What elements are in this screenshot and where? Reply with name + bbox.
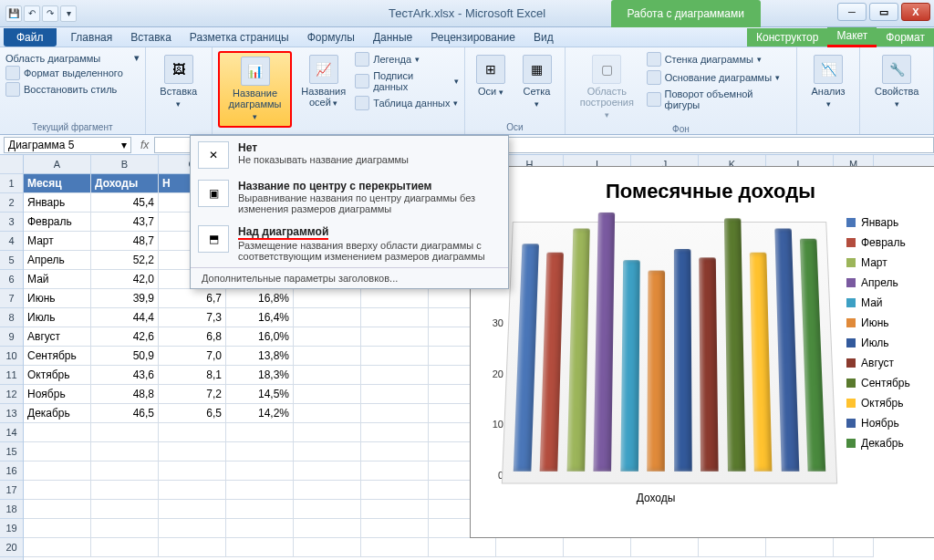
legend-item[interactable]: Июль: [846, 337, 934, 349]
file-tab[interactable]: Файл: [4, 28, 57, 47]
cell[interactable]: [226, 500, 294, 519]
cell[interactable]: 14,2%: [226, 404, 294, 423]
chart-floor-button[interactable]: Основание диаграммы: [647, 69, 791, 86]
cell[interactable]: [226, 519, 294, 538]
option-more-title-options[interactable]: Дополнительные параметры заголовков...: [191, 267, 508, 288]
option-centered-overlay[interactable]: ▣ Название по центру с перекрытиемВыравн…: [191, 174, 508, 220]
cell[interactable]: Октябрь: [24, 366, 91, 385]
cell[interactable]: [91, 442, 159, 461]
cell[interactable]: [361, 481, 429, 500]
chart-legend[interactable]: ЯнварьФевральМартАпрельМайИюньИюльАвгуст…: [841, 207, 934, 508]
cell[interactable]: Декабрь: [24, 404, 91, 423]
cell[interactable]: 44,4: [91, 308, 159, 327]
cell[interactable]: [24, 423, 91, 442]
chart-title-button[interactable]: 📊 Название диаграммы: [218, 51, 292, 128]
bar[interactable]: [648, 270, 666, 471]
cell[interactable]: [294, 289, 361, 308]
bar[interactable]: [774, 228, 799, 472]
cell[interactable]: [294, 327, 361, 347]
cell[interactable]: [24, 461, 91, 481]
cell[interactable]: [361, 289, 429, 308]
bar[interactable]: [800, 239, 825, 472]
cell[interactable]: 45,4: [91, 193, 159, 213]
cell[interactable]: [361, 347, 429, 366]
tab-design[interactable]: Конструктор: [747, 28, 827, 47]
row-header[interactable]: 1: [0, 174, 23, 193]
cell[interactable]: [361, 519, 429, 538]
chart-elements-selector[interactable]: Область диаграммы▾: [5, 51, 140, 65]
cell[interactable]: [159, 481, 226, 500]
row-header[interactable]: 9: [0, 327, 23, 347]
cell[interactable]: [226, 442, 294, 461]
analysis-button[interactable]: 📉Анализ: [803, 51, 855, 113]
cell[interactable]: [496, 538, 564, 557]
cell[interactable]: [24, 519, 91, 538]
cell[interactable]: Ноябрь: [24, 385, 91, 404]
row-header[interactable]: 14: [0, 423, 23, 442]
legend-item[interactable]: Апрель: [846, 276, 934, 289]
legend-button[interactable]: Легенда: [355, 51, 459, 67]
row-header[interactable]: 20: [0, 538, 23, 557]
cell[interactable]: 52,2: [91, 251, 159, 270]
bar[interactable]: [750, 253, 772, 472]
cell[interactable]: 16,4%: [226, 308, 294, 327]
cell[interactable]: 16,8%: [226, 289, 294, 308]
cell[interactable]: [361, 385, 429, 404]
qat-more-icon[interactable]: ▾: [60, 5, 77, 22]
legend-item[interactable]: Ноябрь: [846, 417, 934, 430]
cell[interactable]: [91, 538, 159, 557]
cell[interactable]: 7,2: [159, 385, 226, 404]
cell[interactable]: [361, 500, 429, 519]
row-header[interactable]: 4: [0, 232, 23, 251]
legend-item[interactable]: Март: [846, 256, 934, 269]
cell[interactable]: Январь: [24, 193, 91, 213]
column-header[interactable]: B: [91, 155, 159, 173]
close-button[interactable]: X: [901, 3, 930, 21]
row-header[interactable]: 16: [0, 461, 23, 481]
cell[interactable]: 14,5%: [226, 385, 294, 404]
row-header[interactable]: 10: [0, 347, 23, 366]
tab-review[interactable]: Рецензирование: [421, 28, 524, 47]
cell[interactable]: [24, 500, 91, 519]
cell[interactable]: 8,1: [159, 366, 226, 385]
cell[interactable]: [631, 538, 699, 557]
bar[interactable]: [594, 213, 616, 472]
data-labels-button[interactable]: Подписи данных: [355, 69, 459, 93]
option-above-chart[interactable]: ⬒ Над диаграммойРазмещение названия ввер…: [191, 220, 508, 267]
row-header[interactable]: 17: [0, 481, 23, 500]
cell[interactable]: [294, 461, 361, 481]
minimize-button[interactable]: ─: [837, 3, 867, 21]
cell[interactable]: [159, 423, 226, 442]
cell[interactable]: [226, 423, 294, 442]
row-header[interactable]: 19: [0, 519, 23, 538]
cell[interactable]: Июнь: [24, 289, 91, 308]
cell[interactable]: Март: [24, 232, 91, 251]
row-header[interactable]: 3: [0, 213, 23, 232]
cell[interactable]: [24, 481, 91, 500]
insert-button[interactable]: 🖼 Вставка: [151, 51, 206, 113]
cell[interactable]: [294, 347, 361, 366]
cell[interactable]: 48,7: [91, 232, 159, 251]
fx-icon[interactable]: fx: [140, 139, 149, 151]
cell[interactable]: [361, 404, 429, 423]
tab-page-layout[interactable]: Разметка страницы: [181, 28, 298, 47]
cell[interactable]: [294, 500, 361, 519]
cell[interactable]: 42,0: [91, 270, 159, 289]
cell[interactable]: Август: [24, 327, 91, 347]
cell[interactable]: [429, 538, 496, 557]
cell[interactable]: Июль: [24, 308, 91, 327]
cell[interactable]: 18,3%: [226, 366, 294, 385]
tab-layout[interactable]: Макет: [827, 26, 877, 47]
row-header[interactable]: 2: [0, 193, 23, 213]
data-table-button[interactable]: Таблица данных: [355, 95, 459, 111]
plot-area-button[interactable]: ▢Область построения: [571, 51, 643, 124]
cell[interactable]: [294, 442, 361, 461]
properties-button[interactable]: 🔧Свойства: [866, 51, 928, 113]
save-icon[interactable]: 💾: [5, 5, 22, 22]
bar[interactable]: [620, 260, 639, 471]
legend-item[interactable]: Май: [846, 296, 934, 309]
column-header[interactable]: A: [24, 155, 91, 173]
bar[interactable]: [700, 257, 719, 472]
cell[interactable]: [226, 538, 294, 557]
cell[interactable]: [294, 404, 361, 423]
